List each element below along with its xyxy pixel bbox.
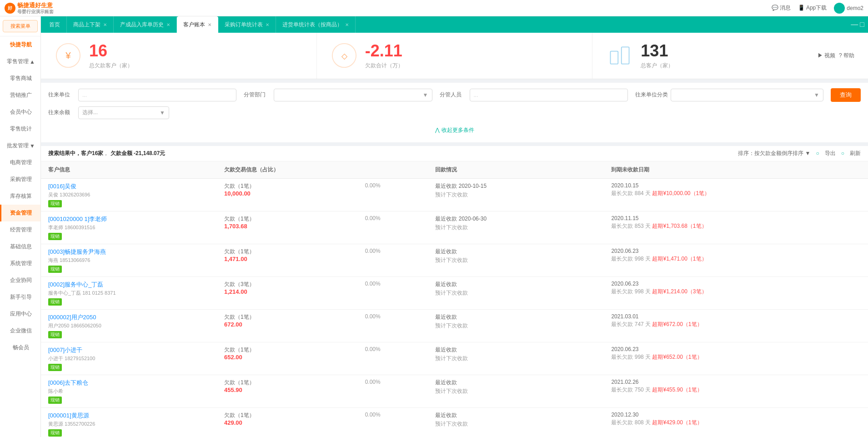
next-payment: 预计下次收款 — [435, 191, 597, 199]
debt-amount[interactable]: 1,214.00 — [224, 288, 351, 295]
filter-balance: 往来余额 选择... ▼ — [48, 106, 861, 119]
payment-status-cell: 最近收款 预计下次收款 — [428, 342, 604, 375]
sidebar-item-retail-store[interactable]: 零售商城 — [0, 70, 40, 87]
debt-amount[interactable]: 429.00 — [224, 419, 351, 426]
customer-badge: 现销 — [48, 397, 62, 404]
from-unit-label: 往来单位 — [48, 91, 75, 99]
due-date: 2020.12.30 — [611, 412, 861, 418]
debt-amount[interactable]: 672.00 — [224, 321, 351, 328]
tab-bar: 首页 商品上下架 ✕ 产成品入库单历史 ✕ 客户账本 ✕ 采购订单统计表 ✕ — [41, 16, 868, 33]
from-unit-input[interactable]: ... — [78, 89, 236, 101]
customer-name[interactable]: [0006]去下粮仓 — [48, 379, 210, 387]
tab-products[interactable]: 商品上下架 ✕ — [67, 16, 114, 33]
debt-amount[interactable]: 10,000.00 — [224, 190, 351, 197]
overdue-link[interactable]: 超期¥652.00（1笔） — [652, 354, 702, 360]
recent-payment: 最近收款 2020-10-15 — [435, 182, 597, 190]
collapse-button[interactable]: ⋀ 收起更多条件 — [48, 124, 861, 137]
sidebar-item-vip[interactable]: 畅会员 — [0, 339, 40, 356]
debt-info-cell: 欠款（3笔） 1,214.00 — [217, 276, 358, 309]
stat-info-total-customers: 131 总客户（家） — [641, 42, 810, 70]
sidebar-item-retail-stats[interactable]: 零售统计 — [0, 121, 40, 137]
sidebar-item-app-center[interactable]: 应用中心 — [0, 306, 40, 322]
due-date-cell: 2020.12.30 最长欠款 808 天 超期¥429.00（1笔） — [604, 407, 868, 437]
circle-icon-export: ○ — [816, 150, 819, 156]
sidebar-item-ecommerce[interactable]: 电商管理 — [0, 154, 40, 171]
filter-person: 分管人员 ... — [440, 89, 628, 101]
message-btn[interactable]: 💬 消息 — [772, 4, 791, 12]
unit-category-select[interactable]: ▼ — [671, 89, 823, 101]
help-btn[interactable]: ? 帮助 — [839, 52, 854, 60]
tab-close-purchase[interactable]: ✕ — [266, 22, 269, 27]
customer-name[interactable]: [0002]服务中心_丁磊 — [48, 281, 210, 289]
debt-amount[interactable]: 1,471.00 — [224, 256, 351, 262]
sidebar-item-system[interactable]: 系统管理 — [0, 255, 40, 272]
overdue-link[interactable]: 超期¥1,214.00（3笔） — [652, 288, 707, 295]
filter-unit-category: 往来单位分类 ▼ — [635, 89, 823, 101]
stat-card-debt-amount: ◇ -2.11 欠款合计（万） — [317, 33, 593, 79]
customer-name[interactable]: [0016]吴俊 — [48, 182, 210, 191]
sidebar-item-wholesale[interactable]: 批发管理 ▼ — [0, 137, 40, 154]
debt-amount[interactable]: 1,703.68 — [224, 223, 351, 230]
person-input[interactable]: ... — [470, 89, 628, 101]
overdue-link[interactable]: 超期¥1,703.68（1笔） — [652, 223, 707, 229]
sidebar-search-section: 搜索菜单 — [0, 16, 40, 36]
tab-close-import[interactable]: ✕ — [345, 22, 349, 27]
tab-purchase-order[interactable]: 采购订单统计表 ✕ — [218, 16, 276, 33]
brand-logo: 好 畅捷通好生意 母婴行业演示账套 — [5, 1, 54, 15]
sort-button[interactable]: 排序：按欠款金额倒序排序 ▼ — [738, 150, 811, 157]
video-btn[interactable]: ▶ 视频 — [818, 52, 835, 60]
app-download-btn[interactable]: 📱 App下载 — [798, 4, 827, 12]
debt-percent-cell: 0.00% — [358, 375, 428, 407]
stat-number-debt-amount: -2.11 — [365, 42, 579, 60]
due-days: 最长欠款 747 天 超期¥672.00（1笔） — [611, 321, 861, 328]
debt-percent: 0.00% — [365, 346, 421, 352]
sidebar-item-inventory[interactable]: 库存核算 — [0, 188, 40, 205]
dept-select[interactable]: ▼ — [274, 89, 432, 101]
sidebar-item-marketing[interactable]: 营销推广 — [0, 87, 40, 104]
refresh-button[interactable]: 刷新 — [850, 150, 861, 157]
sidebar-item-retail-mgmt[interactable]: 零售管理 ▲ — [0, 53, 40, 70]
payment-status-cell: 最近收款 预计下次收款 — [428, 276, 604, 309]
user-info[interactable]: demo2 — [834, 3, 863, 14]
tab-minimize-icon[interactable]: — — [851, 20, 858, 29]
tab-production[interactable]: 产成品入库单历史 ✕ — [114, 16, 177, 33]
balance-select[interactable]: 选择... ▼ — [78, 106, 169, 119]
due-date: 2021.03.01 — [611, 313, 861, 320]
tab-import-stats[interactable]: 进货单统计表（按商品） ✕ — [276, 16, 356, 33]
customer-name[interactable]: [0001020000 1]李老师 — [48, 215, 210, 223]
tab-close-products[interactable]: ✕ — [103, 22, 107, 27]
sidebar-item-enterprise[interactable]: 企业协同 — [0, 272, 40, 289]
sidebar-item-basic-info[interactable]: 基础信息 — [0, 238, 40, 255]
query-button[interactable]: 查询 — [831, 88, 861, 102]
tab-maximize-icon[interactable]: □ — [860, 20, 864, 29]
due-date-cell: 2021.02.26 最长欠款 750 天 超期¥455.90（1笔） — [604, 375, 868, 407]
debt-amount[interactable]: 455.90 — [224, 387, 351, 393]
debt-count: 欠款（1笔） — [224, 313, 351, 321]
sidebar-item-capital[interactable]: 资金管理 — [0, 205, 40, 221]
sidebar-item-wechat[interactable]: 企业微信 — [0, 322, 40, 339]
sidebar-item-operations[interactable]: 经营管理 — [0, 221, 40, 238]
sidebar-item-quick-nav[interactable]: 快捷导航 — [0, 36, 40, 53]
customer-name[interactable]: [000001]黄思源 — [48, 412, 210, 420]
tab-customer-account[interactable]: 客户账本 ✕ — [177, 16, 218, 33]
tab-close-production[interactable]: ✕ — [166, 22, 170, 27]
overdue-link[interactable]: 超期¥1,471.00（1笔） — [652, 256, 707, 262]
export-button[interactable]: 导出 — [825, 150, 836, 157]
overdue-link[interactable]: 超期¥429.00（1笔） — [652, 419, 702, 426]
overdue-link[interactable]: 超期¥672.00（1笔） — [652, 321, 702, 327]
search-menu-button[interactable]: 搜索菜单 — [3, 20, 38, 32]
debt-amount[interactable]: 652.00 — [224, 354, 351, 361]
stat-label-total-customers: 总客户（家） — [641, 62, 810, 70]
customer-name[interactable]: [000002]用户2050 — [48, 313, 210, 321]
sidebar-item-purchase[interactable]: 采购管理 — [0, 171, 40, 188]
overdue-link[interactable]: 超期¥10,000.00（1笔） — [652, 190, 710, 196]
tab-close-customer[interactable]: ✕ — [208, 22, 211, 27]
customer-name[interactable]: [0003]畅捷服务尹海燕 — [48, 248, 210, 256]
overdue-link[interactable]: 超期¥455.90（1笔） — [652, 387, 702, 393]
debt-percent: 0.00% — [365, 215, 421, 221]
sidebar-item-members[interactable]: 会员中心 — [0, 104, 40, 121]
customer-name[interactable]: [0007]小进干 — [48, 346, 210, 354]
sidebar-item-newbie[interactable]: 新手引导 — [0, 289, 40, 306]
tab-home[interactable]: 首页 — [43, 16, 67, 33]
due-date-cell: 2020.10.15 最长欠款 884 天 超期¥10,000.00（1笔） — [604, 178, 868, 211]
